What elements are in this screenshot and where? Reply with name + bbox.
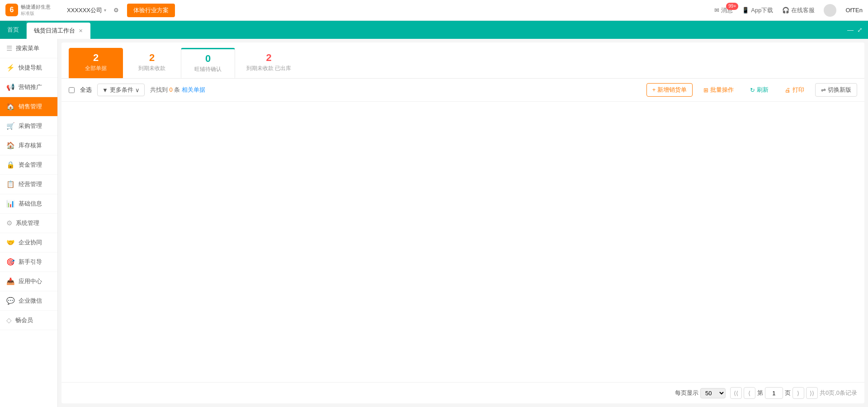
search-menu-icon: ☰ — [6, 44, 12, 52]
switch-icon: ⇌ — [821, 87, 826, 94]
pending-label: 旺辅待确认 — [190, 65, 226, 73]
toolbar: 全选 ▼ 更多条件 ∨ 共找到 0 条 相关单据 + 新增销货单 — [61, 79, 864, 102]
sidebar: ☰ 搜索菜单 ⚡ 快捷导航 📢 营销推广 🏠 销售管理 🛒 采购管理 🏠 库存核… — [0, 39, 58, 407]
expand-icon[interactable]: ⤢ — [857, 26, 863, 33]
page-size-dropdown[interactable]: 50 100 200 — [700, 388, 726, 398]
sidebar-item-finance[interactable]: 🔒 资金管理 — [0, 155, 57, 175]
prev-page-button[interactable]: ⟨ — [744, 387, 755, 399]
sidebar-item-base-info[interactable]: 📊 基础信息 — [0, 194, 57, 214]
all-count: 2 — [78, 52, 113, 64]
logo-area: 6 畅捷通好生意 标准版 — [5, 4, 63, 16]
settings-icon[interactable]: ⚙ — [110, 4, 123, 17]
overdue-count: 2 — [134, 52, 170, 64]
avatar[interactable] — [824, 4, 836, 17]
finance-icon: 🔒 — [6, 161, 15, 169]
batch-operation-button[interactable]: ⊞ 批量操作 — [698, 84, 739, 96]
sidebar-item-marketing[interactable]: 📢 营销推广 — [0, 78, 57, 97]
message-icon: ✉ — [714, 7, 719, 14]
page-number-input[interactable] — [765, 387, 783, 399]
sidebar-item-operations[interactable]: 📋 经营管理 — [0, 175, 57, 194]
switch-version-button[interactable]: ⇌ 切换新版 — [815, 83, 857, 97]
sidebar-item-search-menu[interactable]: ☰ 搜索菜单 — [0, 39, 57, 58]
batch-icon: ⊞ — [703, 87, 708, 94]
messages-button[interactable]: ✉ 消息 99 — [714, 6, 733, 14]
shipped-count: 2 — [246, 52, 291, 64]
company-selector[interactable]: XXXXXX公司 ▾ — [67, 6, 106, 14]
top-header: 6 畅捷通好生意 标准版 XXXXXX公司 ▾ ⚙ 体验行业方案 ✉ 消息 99… — [0, 0, 868, 21]
sidebar-item-app-center[interactable]: 📥 应用中心 — [0, 272, 57, 291]
guide-icon: 🎯 — [6, 258, 15, 266]
refresh-button[interactable]: ↻ 刷新 — [745, 84, 774, 96]
summary-tab-overdue[interactable]: 2 到期未收款 — [125, 48, 179, 78]
member-icon: ◇ — [6, 316, 12, 324]
toolbar-left: 全选 ▼ 更多条件 ∨ 共找到 0 条 相关单据 — [69, 84, 641, 96]
tab-home[interactable]: 首页 — [0, 21, 27, 39]
sales-icon: 🏠 — [6, 103, 15, 111]
shipped-label: 到期未收款 已出库 — [246, 65, 291, 72]
cooperation-icon: 🤝 — [6, 239, 15, 247]
chevron-down-icon: ▾ — [104, 8, 106, 13]
print-button[interactable]: 🖨 打印 — [779, 84, 810, 96]
found-num: 0 — [170, 86, 173, 93]
tab-daily-work[interactable]: 钱货日清工作台 ✕ — [27, 23, 90, 39]
nav-tab-actions: — ⤢ — [847, 21, 868, 39]
summary-tab-shipped[interactable]: 2 到期未收款 已出库 — [237, 48, 301, 78]
app-center-icon: 📥 — [6, 277, 15, 285]
message-badge: 99 — [726, 3, 738, 10]
username-label[interactable]: OfTEn — [845, 7, 863, 14]
sidebar-item-cooperation[interactable]: 🤝 企业协同 — [0, 233, 57, 253]
select-all-checkbox[interactable] — [69, 87, 75, 93]
sidebar-item-wechat[interactable]: 💬 企业微信 — [0, 291, 57, 311]
print-icon: 🖨 — [785, 87, 791, 94]
base-info-icon: 📊 — [6, 200, 15, 208]
sidebar-item-quick-nav[interactable]: ⚡ 快捷导航 — [0, 58, 57, 78]
found-text: 共找到 0 条 相关单据 — [150, 86, 205, 94]
summary-tab-all[interactable]: 2 全部单据 — [69, 48, 123, 78]
nav-tabs: 首页 钱货日清工作台 ✕ — ⤢ — [0, 21, 868, 39]
overdue-label: 到期未收款 — [134, 65, 170, 72]
main-content: 2 全部单据 2 到期未收款 0 旺辅待确认 2 到期未收款 已出库 全选 — [58, 39, 868, 407]
purchase-icon: 🛒 — [6, 122, 15, 130]
pending-count: 0 — [190, 53, 226, 65]
system-icon: ⚙ — [6, 219, 12, 227]
sidebar-item-sales[interactable]: 🏠 销售管理 — [0, 97, 57, 117]
pagination-controls: ⟨⟨ ⟨ 第 页 ⟩ ⟩⟩ 共0页,0条记录 — [730, 387, 857, 399]
close-tab-icon[interactable]: ✕ — [79, 28, 83, 34]
first-page-button[interactable]: ⟨⟨ — [730, 387, 742, 399]
online-service-button[interactable]: 🎧 在线客服 — [782, 6, 815, 14]
sidebar-item-system[interactable]: ⚙ 系统管理 — [0, 214, 57, 233]
add-order-button[interactable]: + 新增销货单 — [646, 83, 693, 97]
page-total: 共0页,0条记录 — [820, 389, 857, 397]
page-size-select: 每页显示 50 100 200 — [675, 388, 726, 398]
operations-icon: 📋 — [6, 180, 15, 188]
table-area — [61, 102, 864, 382]
toolbar-right: + 新增销货单 ⊞ 批量操作 ↻ 刷新 🖨 打印 ⇌ 切换新版 — [646, 83, 857, 97]
minimize-icon[interactable]: — — [847, 26, 854, 33]
sidebar-item-guide[interactable]: 🎯 新手引导 — [0, 253, 57, 272]
chevron-icon: ∨ — [135, 87, 140, 94]
refresh-icon: ↻ — [750, 87, 755, 94]
quick-nav-icon: ⚡ — [6, 64, 15, 72]
trial-button[interactable]: 体验行业方案 — [127, 4, 175, 17]
next-page-button[interactable]: ⟩ — [793, 387, 804, 399]
logo-icon: 6 — [5, 4, 18, 16]
select-all-label: 全选 — [80, 86, 92, 94]
wechat-icon: 💬 — [6, 297, 15, 305]
content-area: 2 全部单据 2 到期未收款 0 旺辅待确认 2 到期未收款 已出库 全选 — [61, 42, 864, 403]
last-page-button[interactable]: ⟩⟩ — [806, 387, 818, 399]
sidebar-item-inventory[interactable]: 🏠 库存核算 — [0, 136, 57, 155]
all-label: 全部单据 — [78, 65, 113, 72]
summary-tab-pending[interactable]: 0 旺辅待确认 — [181, 48, 235, 78]
sidebar-item-member[interactable]: ◇ 畅会员 — [0, 311, 57, 330]
summary-tabs: 2 全部单据 2 到期未收款 0 旺辅待确认 2 到期未收款 已出库 — [61, 42, 864, 79]
sidebar-item-purchase[interactable]: 🛒 采购管理 — [0, 117, 57, 136]
app-download-button[interactable]: 📱 App下载 — [742, 6, 773, 14]
filter-icon: ▼ — [102, 87, 108, 94]
related-orders-link[interactable]: 相关单据 — [182, 86, 205, 93]
filter-button[interactable]: ▼ 更多条件 ∨ — [97, 84, 145, 96]
phone-icon: 📱 — [742, 7, 749, 14]
logo-text: 畅捷通好生意 标准版 — [21, 4, 51, 16]
marketing-icon: 📢 — [6, 83, 15, 91]
footer-pagination: 每页显示 50 100 200 ⟨⟨ ⟨ 第 页 ⟩ ⟩⟩ 共0页,0条记录 — [61, 382, 864, 403]
inventory-icon: 🏠 — [6, 141, 15, 150]
